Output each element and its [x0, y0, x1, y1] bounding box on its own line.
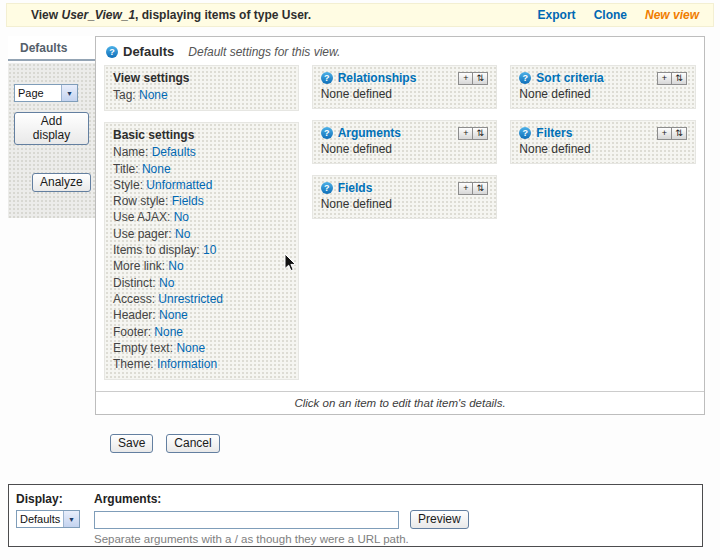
setting-value-link[interactable]: 10 — [203, 243, 216, 257]
preview-arguments-input[interactable] — [94, 511, 399, 529]
help-icon[interactable]: ? — [519, 72, 531, 84]
edit-hint-text: Click on an item to edit that item's det… — [96, 391, 704, 415]
help-icon[interactable]: ? — [519, 127, 531, 139]
add-icon[interactable]: + — [458, 182, 473, 195]
add-display-button[interactable]: Add display — [14, 112, 89, 145]
relationships-box: ? Relationships + ⇅ None defined — [312, 65, 498, 109]
filters-title-link[interactable]: Filters — [536, 126, 572, 140]
rearrange-icon[interactable]: ⇅ — [473, 182, 488, 195]
column-right: ? Sort criteria + ⇅ None defined ? Filte… — [510, 65, 696, 175]
setting-label: Row style: — [113, 194, 168, 208]
setting-row-name: Name: Defaults — [113, 144, 290, 160]
cancel-button[interactable]: Cancel — [166, 434, 219, 453]
tag-setting-row: Tag: None — [113, 87, 290, 103]
tag-value-link[interactable]: None — [139, 88, 168, 102]
setting-row-more-link: More link: No — [113, 258, 290, 274]
setting-row-distinct: Distinct: No — [113, 275, 290, 291]
rearrange-icon[interactable]: ⇅ — [672, 72, 687, 85]
add-icon[interactable]: + — [657, 127, 672, 140]
analyze-button[interactable]: Analyze — [32, 173, 91, 192]
rearrange-icon[interactable]: ⇅ — [473, 127, 488, 140]
rearrange-icon[interactable]: ⇅ — [672, 127, 687, 140]
export-link[interactable]: Export — [538, 8, 576, 22]
setting-row-use-ajax: Use AJAX: No — [113, 209, 290, 225]
view-settings-title: View settings — [113, 71, 189, 85]
help-icon[interactable]: ? — [321, 182, 333, 194]
rearrange-icon[interactable]: ⇅ — [473, 72, 488, 85]
display-type-select-value: Page — [15, 87, 61, 99]
preview-display-label: Display: — [16, 492, 94, 506]
setting-value-link[interactable]: Defaults — [152, 145, 196, 159]
setting-value-link[interactable]: No — [174, 210, 189, 224]
arguments-title-link[interactable]: Arguments — [338, 126, 401, 140]
help-icon[interactable]: ? — [321, 72, 333, 84]
tab-defaults[interactable]: Defaults — [8, 36, 95, 61]
panel-title: Defaults — [123, 44, 174, 59]
setting-label: Use AJAX: — [113, 210, 170, 224]
relationships-title-link[interactable]: Relationships — [338, 71, 417, 85]
live-preview-panel: Display: Defaults ▼ Arguments: Preview S… — [8, 484, 703, 547]
setting-label: Items to display: — [113, 243, 200, 257]
preview-arguments-label: Arguments: — [94, 492, 694, 506]
setting-label: Header: — [113, 308, 156, 322]
setting-value-link[interactable]: None — [154, 325, 183, 339]
setting-value-link[interactable]: No — [175, 227, 190, 241]
sort-criteria-title-link[interactable]: Sort criteria — [536, 71, 603, 85]
column-basic: View settings Tag: None Basic settings N… — [104, 65, 299, 391]
arguments-box: ? Arguments + ⇅ None defined — [312, 120, 498, 164]
setting-value-link[interactable]: Unrestricted — [158, 292, 223, 306]
setting-label: Empty text: — [113, 341, 173, 355]
add-icon[interactable]: + — [458, 72, 473, 85]
setting-value-link[interactable]: Unformatted — [146, 178, 212, 192]
display-settings-panel: ? Defaults Default settings for this vie… — [95, 36, 705, 415]
setting-value-link[interactable]: None — [159, 308, 188, 322]
setting-row-theme: Theme: Information — [113, 356, 290, 372]
preview-display-select[interactable]: Defaults ▼ — [16, 510, 80, 528]
help-icon[interactable]: ? — [321, 127, 333, 139]
setting-label: More link: — [113, 259, 165, 273]
clone-link[interactable]: Clone — [594, 8, 627, 22]
filters-box: ? Filters + ⇅ None defined — [510, 120, 696, 164]
relationships-empty-text: None defined — [321, 87, 489, 101]
setting-row-access: Access: Unrestricted — [113, 291, 290, 307]
setting-row-header: Header: None — [113, 307, 290, 323]
fields-title-link[interactable]: Fields — [338, 181, 373, 195]
status-message-bar: View User_View_1, displaying items of ty… — [6, 3, 714, 27]
setting-row-title: Title: None — [113, 161, 290, 177]
setting-value-link[interactable]: No — [159, 276, 174, 290]
basic-settings-box: Basic settings Name: Defaults Title: Non… — [104, 122, 299, 380]
setting-value-link[interactable]: Information — [157, 357, 217, 371]
setting-label: Access: — [113, 292, 155, 306]
filters-empty-text: None defined — [519, 142, 687, 156]
setting-value-link[interactable]: Fields — [172, 194, 204, 208]
view-settings-box: View settings Tag: None — [104, 65, 299, 111]
form-actions: Save Cancel — [110, 434, 220, 453]
preview-arguments-group: Arguments: Preview Separate arguments wi… — [94, 492, 694, 546]
setting-row-row-style: Row style: Fields — [113, 193, 290, 209]
setting-label: Footer: — [113, 325, 151, 339]
display-type-select[interactable]: Page ▼ — [14, 84, 78, 102]
view-name: User_View_1 — [61, 8, 135, 22]
setting-value-link[interactable]: None — [142, 162, 171, 176]
basic-settings-title: Basic settings — [113, 128, 194, 142]
add-icon[interactable]: + — [657, 72, 672, 85]
view-summary-suffix: , displaying items of type User. — [135, 8, 311, 22]
view-action-links: Export Clone New view — [538, 8, 699, 22]
chevron-down-icon: ▼ — [63, 511, 79, 527]
setting-value-link[interactable]: No — [168, 259, 183, 273]
save-button[interactable]: Save — [110, 434, 153, 453]
new-view-link[interactable]: New view — [645, 8, 699, 22]
views-ui-page: View User_View_1, displaying items of ty… — [0, 0, 720, 560]
setting-value-link[interactable]: None — [176, 341, 205, 355]
help-icon[interactable]: ? — [106, 46, 118, 58]
setting-label: Title: — [113, 162, 139, 176]
panel-header: ? Defaults Default settings for this vie… — [96, 37, 704, 65]
preview-button[interactable]: Preview — [410, 510, 469, 529]
column-middle: ? Relationships + ⇅ None defined ? Argum… — [312, 65, 498, 230]
setting-label: Use pager: — [113, 227, 172, 241]
setting-row-style: Style: Unformatted — [113, 177, 290, 193]
panel-subtitle: Default settings for this view. — [188, 45, 340, 59]
add-icon[interactable]: + — [458, 127, 473, 140]
setting-row-use-pager: Use pager: No — [113, 226, 290, 242]
fields-empty-text: None defined — [321, 197, 489, 211]
